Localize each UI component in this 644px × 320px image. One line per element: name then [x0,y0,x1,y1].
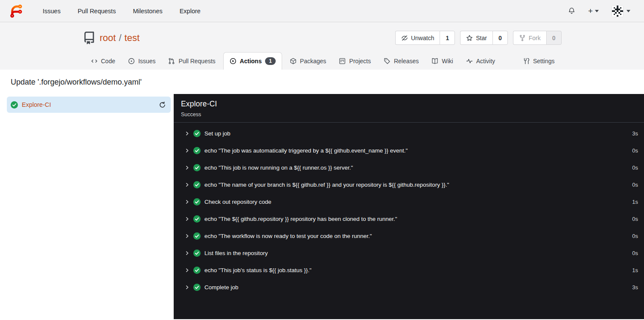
tab-issues-label: Issues [138,58,155,65]
tab-actions-label: Actions [240,58,262,65]
tab-wiki[interactable]: Wiki [426,52,458,70]
repo-title-row: root / test Unwatch 1 [83,22,562,45]
fork-icon [519,35,526,41]
tab-issues[interactable]: Issues [123,52,160,70]
step-row[interactable]: Set up job 3s [174,125,644,142]
star-count[interactable]: 0 [492,31,508,45]
step-success-icon [193,130,201,137]
rerun-job-icon[interactable] [159,101,166,109]
chevron-right-icon [185,200,189,204]
watch-count[interactable]: 1 [440,31,455,45]
book-icon [431,58,438,65]
nav-issues[interactable]: Issues [35,4,68,18]
star-button[interactable]: Star [460,31,492,45]
plus-icon: + [588,7,593,15]
step-duration: 1s [632,267,638,273]
chevron-right-icon [185,251,189,255]
create-new-button[interactable]: + [584,4,603,18]
bell-icon [568,7,575,15]
tab-projects-label: Projects [349,58,371,65]
step-row[interactable]: echo "The ${{ github.repository }} repos… [174,210,644,227]
repo-breadcrumb: root / test [100,32,140,44]
tab-wiki-label: Wiki [442,58,453,65]
star-button-group: Star 0 [460,31,507,45]
step-row[interactable]: echo "The workflow is now ready to test … [174,227,644,244]
nav-milestones[interactable]: Milestones [125,4,170,18]
step-duration: 3s [632,130,638,137]
step-row[interactable]: echo "This job's status is ${{ job.statu… [174,261,644,279]
star-icon [466,35,473,41]
step-row[interactable]: List files in the repository 0s [174,244,644,261]
star-label: Star [476,35,487,41]
tab-code[interactable]: Code [86,52,120,70]
step-row[interactable]: echo "The name of your branch is ${{ git… [174,176,644,193]
tab-projects[interactable]: Projects [334,52,376,70]
fork-button-group: Fork 0 [513,31,562,45]
tools-icon [523,58,530,65]
tab-activity[interactable]: Activity [461,52,500,70]
step-success-icon [193,215,201,223]
tab-pull-requests[interactable]: Pull Requests [163,52,220,70]
step-name: echo "The ${{ github.repository }} repos… [204,216,628,222]
job-log-title: Explore-CI [181,100,637,109]
tab-packages-label: Packages [300,58,326,65]
forgejo-logo[interactable] [9,4,24,18]
nav-pull-requests[interactable]: Pull Requests [70,4,123,18]
fork-button[interactable]: Fork [513,31,546,45]
step-name: Check out repository code [204,199,628,205]
workflow-run-title: Update '.forgejo/workflows/demo.yaml' [0,70,644,94]
success-check-icon [11,101,18,109]
job-log-header: Explore-CI Success [174,94,644,123]
eye-slash-icon [401,35,408,41]
tab-packages[interactable]: Packages [285,52,331,70]
top-nav-links: Issues Pull Requests Milestones Explore [35,4,208,18]
tab-releases[interactable]: Releases [379,52,424,70]
tab-settings[interactable]: Settings [518,52,560,70]
top-navbar: Issues Pull Requests Milestones Explore … [0,0,644,22]
avatar [612,5,624,17]
repo-name-link[interactable]: test [125,32,140,44]
play-circle-icon [230,58,236,65]
step-name: List files in the repository [204,250,628,256]
tab-actions[interactable]: Actions 1 [223,52,282,70]
unwatch-button[interactable]: Unwatch [395,31,440,45]
step-name: echo "The job was automatically triggere… [204,147,628,154]
step-row[interactable]: echo "The job was automatically triggere… [174,142,644,159]
step-name: echo "The workflow is now ready to test … [204,233,628,239]
fork-label: Fork [529,35,541,41]
step-success-icon [193,250,201,257]
job-status-text: Success [181,112,637,117]
job-list-sidebar: Explore-CI [0,94,174,319]
user-menu-button[interactable] [607,3,635,20]
step-row[interactable]: Check out repository code 1s [174,193,644,210]
step-name: echo "This job is now running on a ${{ r… [204,164,628,171]
code-icon [91,58,98,65]
tab-pull-requests-label: Pull Requests [178,58,215,65]
fork-count[interactable]: 0 [546,31,562,45]
step-success-icon [193,164,201,171]
tab-activity-label: Activity [476,58,495,65]
chevron-right-icon [185,131,189,136]
step-name: Complete job [204,284,628,291]
notifications-button[interactable] [564,5,580,17]
nav-explore[interactable]: Explore [172,4,208,18]
package-icon [290,58,297,65]
step-success-icon [193,147,201,154]
tag-icon [384,58,390,65]
repo-owner-link[interactable]: root [100,32,116,44]
chevron-right-icon [185,217,189,221]
step-duration: 1s [632,199,638,205]
tab-releases-label: Releases [394,58,419,65]
issue-opened-icon [128,58,135,65]
step-duration: 0s [632,147,638,154]
repo-book-icon [83,32,96,44]
job-item-explore-ci[interactable]: Explore-CI [7,97,171,113]
step-duration: 0s [632,233,638,239]
navbar-right: + [564,3,635,20]
repo-header: root / test Unwatch 1 [0,22,644,70]
chevron-down-icon [595,10,599,12]
step-row[interactable]: Complete job 3s [174,279,644,296]
chevron-right-icon [185,234,189,238]
project-icon [339,58,346,65]
step-row[interactable]: echo "This job is now running on a ${{ r… [174,159,644,176]
